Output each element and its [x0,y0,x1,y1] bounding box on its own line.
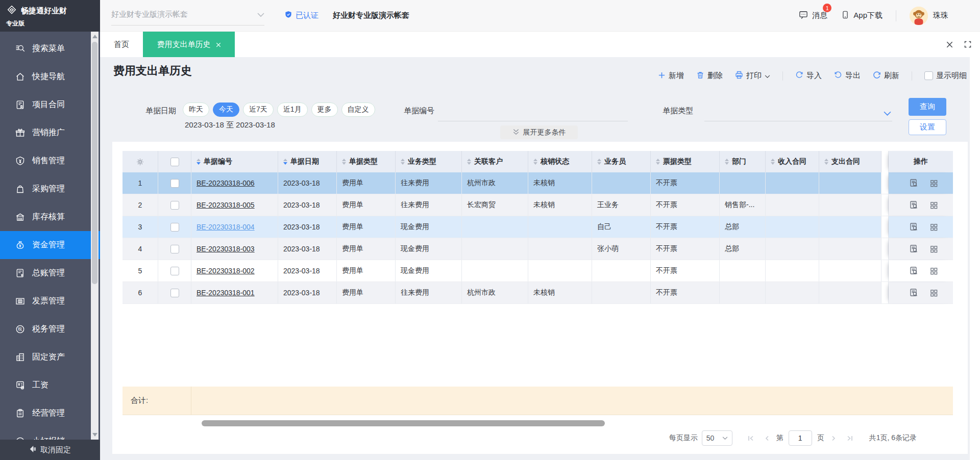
last-page-button[interactable] [843,431,857,445]
sidebar-item-funds[interactable]: 资金管理 [0,231,100,259]
sort-arrows-icon[interactable] [824,159,828,165]
column-header-10[interactable]: 支出合同 [819,151,881,172]
column-header-8[interactable]: 部门 [720,151,766,172]
scroll-up-icon[interactable] [92,35,97,38]
row-checkbox[interactable] [158,238,191,260]
doc-no-link[interactable]: BE-20230318-004 [197,223,255,231]
delete-button[interactable]: 删除 [696,71,723,81]
view-document-icon[interactable] [909,244,918,253]
scroll-down-icon[interactable] [92,433,97,437]
sidebar-item-general-ledger[interactable]: 总账管理 [0,259,100,287]
view-document-icon[interactable] [909,266,918,275]
view-document-icon[interactable] [909,222,918,232]
tab-close-icon[interactable] [216,40,221,49]
row-checkbox[interactable] [158,172,191,194]
sidebar-item-fixed-assets[interactable]: 固定资产 [0,343,100,371]
doc-no-link[interactable]: BE-20230318-003 [197,245,255,253]
row-checkbox[interactable] [158,260,191,282]
tab-expense-history[interactable]: 费用支出单历史 [143,32,235,57]
row-checkbox[interactable] [158,216,191,238]
sidebar-item-sales[interactable]: 销售管理 [0,147,100,175]
date-quick-option-2[interactable]: 近7天 [243,103,274,117]
date-quick-option-3[interactable]: 近1月 [277,103,308,117]
sort-arrows-icon[interactable] [342,159,346,165]
sort-arrows-icon[interactable] [725,159,729,165]
tab-home[interactable]: 首页 [100,32,143,57]
table-row[interactable]: 5BE-20230318-0022023-03-18费用单现金费用不开票 [122,260,953,282]
sidebar-item-tax[interactable]: 税税务管理 [0,315,100,343]
table-row[interactable]: 6BE-20230318-0012023-03-18费用单往来费用杭州市政未核销… [122,282,953,304]
table-row[interactable]: 2BE-20230318-0052023-03-18费用单往来费用长宏商贸未核销… [122,194,953,216]
expand-more-conditions[interactable]: 展开更多条件 [500,125,578,139]
sidebar-item-search-menu[interactable]: 搜索菜单 [0,35,100,63]
close-icon[interactable] [946,41,953,48]
select-all-checkbox[interactable] [158,151,191,172]
date-range-value[interactable]: 2023-03-18 至 2023-03-18 [185,120,275,130]
sort-arrows-icon[interactable] [533,159,537,165]
settings-button[interactable]: 设置 [909,119,946,135]
column-header-3[interactable]: 业务类型 [396,151,462,172]
more-actions-grid-icon[interactable] [929,223,938,232]
account-select[interactable]: 好业财专业版演示帐套 [111,6,264,25]
sidebar-item-purchase[interactable]: 采购管理 [0,175,100,203]
more-actions-grid-icon[interactable] [929,267,938,275]
show-detail-checkbox[interactable] [924,71,933,80]
doc-no-link[interactable]: BE-20230318-001 [197,289,255,297]
doc-no-link[interactable]: BE-20230318-006 [197,179,255,187]
doc-no-link[interactable]: BE-20230318-005 [197,201,255,209]
column-header-6[interactable]: 业务员 [592,151,651,172]
user-menu[interactable]: 珠珠 [910,7,948,25]
current-page-input[interactable] [789,430,812,446]
next-page-button[interactable] [826,431,841,445]
sidebar-item-marketing[interactable]: 营销推广 [0,119,100,147]
sidebar-scrollbar[interactable] [91,32,99,440]
view-document-icon[interactable] [909,288,918,297]
search-button[interactable]: 查询 [909,98,946,116]
sort-arrows-icon[interactable] [197,159,201,165]
date-quick-option-4[interactable]: 更多 [311,103,338,117]
doc-type-select[interactable] [704,103,892,121]
more-actions-grid-icon[interactable] [929,179,938,188]
sort-arrows-icon[interactable] [467,159,471,165]
more-actions-grid-icon[interactable] [929,289,938,297]
show-detail-toggle[interactable]: 显示明细 [924,71,967,81]
doc-no-link[interactable]: BE-20230318-002 [197,267,255,275]
column-header-0[interactable]: 单据编号 [191,151,278,172]
view-document-icon[interactable] [909,200,918,210]
horizontal-scrollbar-thumb[interactable] [202,420,605,426]
row-checkbox[interactable] [158,282,191,303]
prev-page-button[interactable] [760,431,774,445]
app-download-button[interactable]: App下载 [841,10,883,21]
more-actions-grid-icon[interactable] [929,201,938,210]
sidebar-item-salary[interactable]: 工资 [0,371,100,399]
column-header-1[interactable]: 单据日期 [278,151,337,172]
sidebar-item-project-contract[interactable]: 项目合同 [0,91,100,119]
page-size-select[interactable]: 50 [702,430,732,446]
date-quick-option-0[interactable]: 昨天 [183,103,209,117]
sidebar-item-operations[interactable]: 经营管理 [0,399,100,427]
doc-no-input[interactable] [438,103,630,122]
table-row[interactable]: 4BE-20230318-0032023-03-18费用单现金费用张小萌不开票总… [122,238,953,260]
print-button[interactable]: 打印 [735,71,770,81]
view-document-icon[interactable] [909,178,918,188]
date-quick-option-1[interactable]: 今天 [213,103,239,117]
column-header-7[interactable]: 票据类型 [651,151,720,172]
more-actions-grid-icon[interactable] [929,245,938,253]
sort-arrows-icon[interactable] [656,159,660,165]
row-checkbox[interactable] [158,194,191,216]
first-page-button[interactable] [744,431,758,445]
date-quick-option-5[interactable]: 自定义 [341,103,375,117]
table-row[interactable]: 1BE-20230318-0062023-03-18费用单往来费用杭州市政未核销… [122,172,953,194]
add-button[interactable]: 新增 [658,71,684,81]
sort-arrows-icon[interactable] [771,159,775,165]
sidebar-item-inventory[interactable]: 库存核算 [0,203,100,231]
import-button[interactable]: 导入 [795,71,822,81]
sidebar-item-reimburse[interactable]: 小好报销 [0,427,100,440]
fullscreen-icon[interactable] [964,40,972,48]
column-header-2[interactable]: 单据类型 [337,151,396,172]
refresh-button[interactable]: 刷新 [873,71,899,81]
horizontal-scrollbar[interactable] [122,420,953,427]
sort-arrows-icon[interactable] [597,159,601,165]
sort-arrows-icon[interactable] [283,159,287,165]
sidebar-item-quick-nav[interactable]: 快捷导航 [0,63,100,91]
